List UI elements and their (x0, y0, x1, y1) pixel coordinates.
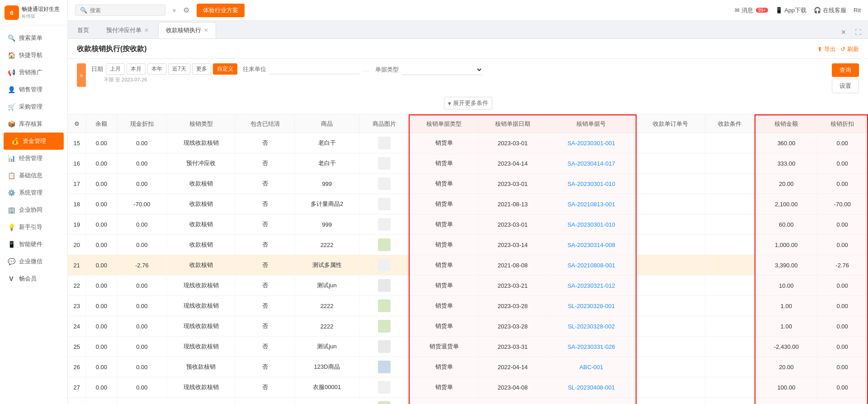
online-service-item[interactable]: 🎧 在线客服 (814, 6, 846, 14)
bill-no-link[interactable]: SA-20210808-001 (567, 262, 615, 269)
refresh-button[interactable]: ↺ 刷新 (840, 45, 859, 53)
th-cancel-bill-type: 核销单据类型 (409, 115, 478, 133)
gear-icon[interactable]: ⚙ (183, 6, 189, 14)
sidebar-item-operations[interactable]: 📊 经营管理 (0, 150, 67, 167)
cell-cancel-bill-no: SA-20210813-001 (547, 194, 636, 214)
cell-cancel-bill-no: SA-20230314-008 (547, 235, 636, 255)
bill-no-link[interactable]: SA-20230314-008 (567, 242, 615, 248)
table-row: 15 0.00 0.00 现线收款核销 否 老白干 销货单 2023-03-01… (68, 133, 868, 153)
sidebar-label: 基础信息 (19, 171, 42, 180)
cell-cancel-bill-no: SA-20230301-010 (547, 174, 636, 194)
sidebar-item-member[interactable]: V 畅会员 (0, 270, 67, 287)
cell-goods: 老白干 (295, 153, 359, 174)
cell-cancel-type: 现线收款核销 (167, 398, 236, 404)
cell-cancel-bill-no: SA-20230301-010 (547, 214, 636, 235)
user-name: Rit (854, 7, 861, 14)
sidebar-item-hardware[interactable]: 📱 智能硬件 (0, 236, 67, 253)
th-settings[interactable]: ⚙ (68, 115, 86, 133)
bill-no-link[interactable]: SL-20230408-001 (568, 384, 615, 391)
sidebar-label: 畅会员 (19, 275, 37, 283)
table-row: 27 0.00 0.00 现线收款核销 否 衣服00001 销货单 2023-0… (68, 377, 868, 398)
more-button[interactable]: 更多 (192, 63, 211, 75)
bill-type-select[interactable] (401, 64, 483, 75)
bill-no-link[interactable]: ABC-001 (580, 364, 604, 371)
tab-close-all-button[interactable]: ✕ (837, 26, 850, 38)
industry-solution-button[interactable]: 体验行业方案 (197, 4, 245, 17)
expand-label: 展开更多条件 (453, 99, 488, 107)
headset-icon: 🎧 (814, 7, 821, 14)
cell-balance: 0.00 (86, 357, 117, 377)
export-button[interactable]: ⬆ 导出 (817, 45, 836, 53)
page-title-actions: ⬆ 导出 ↺ 刷新 (817, 45, 859, 53)
tab-receipt-cancel[interactable]: 收款核销执行 ✕ (158, 22, 216, 38)
cell-cancel-type: 收款核销 (167, 235, 236, 255)
sidebar-label: 系统管理 (19, 189, 42, 197)
th-receipt-order-no: 收款单订单号 (636, 115, 705, 133)
sidebar-label: 企业协同 (19, 206, 42, 214)
bill-no-link[interactable]: SA-20230301-010 (567, 181, 615, 187)
bill-no-link[interactable]: SA-20230331-026 (567, 343, 615, 350)
sidebar-item-inventory[interactable]: 📦 库存核算 (0, 115, 67, 133)
tab-fullscreen-button[interactable]: ⛶ (852, 26, 864, 38)
table-header: ⚙ 余额 现金折扣 核销类型 包含已结清 商品 商品图片 核销单据类型 核销单据… (68, 115, 868, 133)
sidebar-item-sales[interactable]: 👤 销售管理 (0, 81, 67, 98)
tab-home[interactable]: 首页 (70, 22, 97, 38)
sidebar-item-quick-nav[interactable]: 🏠 快捷导航 (0, 47, 67, 64)
expand-more-button[interactable]: ▾ 展开更多条件 (444, 97, 492, 109)
cell-num: 25 (68, 337, 86, 357)
filter-toggle-button[interactable]: » (77, 63, 86, 87)
settings-button[interactable]: 设置 (832, 79, 859, 93)
search-input[interactable] (90, 7, 153, 14)
sidebar-label: 销售管理 (19, 86, 42, 94)
cell-cancel-bill-date: 2023-03-01 (478, 174, 547, 194)
query-button[interactable]: 查询 (832, 63, 859, 77)
chat-icon: 💬 (7, 258, 15, 265)
tab-receipt-cancel-close[interactable]: ✕ (204, 27, 208, 33)
sidebar-item-purchase[interactable]: 🛒 采购管理 (0, 98, 67, 115)
cell-goods: 123D商品 (295, 357, 359, 377)
cell-cancel-discount: 0.00 (817, 153, 868, 174)
bill-no-link[interactable]: SA-20230301-001 (567, 140, 615, 147)
bill-no-link[interactable]: SA-20210813-001 (567, 201, 615, 208)
cell-cancel-bill-date: 2023-03-31 (478, 337, 547, 357)
last7days-button[interactable]: 近7天 (168, 63, 190, 75)
cell-cancel-bill-date: 2023-03-28 (478, 316, 547, 337)
app-download-item[interactable]: 📱 App下载 (775, 6, 807, 14)
table-row: 25 0.00 0.00 现线收款核销 否 测试jun 销货退货单 2023-0… (68, 337, 868, 357)
tab-prepay-close[interactable]: ✕ (144, 27, 149, 33)
bill-no-link[interactable]: SL-20230328-002 (568, 323, 615, 330)
topbar-search-box[interactable]: 🔍 (75, 5, 165, 16)
sidebar-item-marketing[interactable]: 📢 营销推广 (0, 64, 67, 81)
table-row: 21 0.00 -2.76 收款核销 否 测试多属性 销货单 2021-08-0… (68, 255, 868, 276)
sidebar-item-finance[interactable]: 💰 资金管理 (4, 133, 64, 150)
th-cancel-bill-date: 核销单据日期 (478, 115, 547, 133)
messages-item[interactable]: ✉ 消息 99+ (735, 6, 768, 14)
sidebar-item-system[interactable]: ⚙️ 系统管理 (0, 184, 67, 201)
partner-input[interactable] (269, 64, 359, 74)
cell-goods-img (359, 174, 409, 194)
sidebar-item-wechat[interactable]: 💬 企业微信 (0, 253, 67, 270)
partner-filter: 往来单位 ... (243, 63, 370, 74)
cell-balance: 0.00 (86, 316, 117, 337)
sidebar-label: 搜索菜单 (19, 34, 42, 42)
tab-receipt-cancel-label: 收款核销执行 (166, 26, 201, 34)
cell-num: 15 (68, 133, 86, 153)
bill-no-link[interactable]: SA-20230414-017 (567, 160, 615, 167)
header-row: ⚙ 余额 现金折扣 核销类型 包含已结清 商品 商品图片 核销单据类型 核销单据… (68, 115, 868, 133)
tab-home-label: 首页 (77, 26, 89, 34)
tab-prepay[interactable]: 预付冲应付单 ✕ (99, 22, 156, 38)
last-month-button[interactable]: 上月 (106, 63, 125, 75)
custom-date-button[interactable]: 自定义 (213, 63, 237, 75)
user-name-item[interactable]: Rit (854, 7, 861, 14)
sidebar-label: 库存核算 (19, 120, 42, 128)
this-month-button[interactable]: 本月 (127, 63, 146, 75)
bill-no-link[interactable]: SA-20230321-012 (567, 282, 615, 289)
this-year-button[interactable]: 本年 (147, 63, 166, 75)
sidebar-item-basic-info[interactable]: 📋 基础信息 (0, 167, 67, 184)
sidebar-item-guide[interactable]: 💡 新手引导 (0, 219, 67, 236)
message-icon: ✉ (735, 7, 740, 14)
sidebar-item-enterprise[interactable]: 🏢 企业协同 (0, 201, 67, 219)
sidebar-item-search[interactable]: 🔍 搜索菜单 (0, 29, 67, 47)
bill-no-link[interactable]: SA-20230301-010 (567, 221, 615, 228)
bill-no-link[interactable]: SL-20230328-001 (568, 303, 615, 309)
